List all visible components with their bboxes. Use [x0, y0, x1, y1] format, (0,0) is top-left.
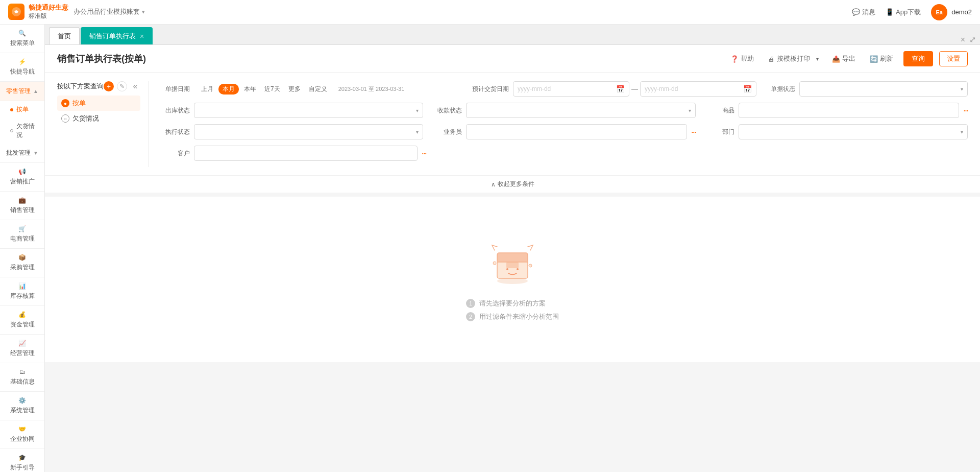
retail-arrow: ▲ [33, 88, 38, 94]
window-maximize-button[interactable]: ⤢ [969, 35, 976, 44]
sidebar-item-ecommerce[interactable]: 🛒 电商管理 [0, 220, 44, 249]
sidebar-item-stock[interactable]: 📊 库存核算 [0, 277, 44, 306]
goods-more[interactable]: ··· [963, 105, 968, 116]
dept-arrow: ▾ [961, 129, 963, 135]
salesman-more[interactable]: ··· [691, 127, 696, 137]
status-select-arrow: ▾ [961, 86, 963, 92]
dept-select[interactable]: ▾ [739, 124, 968, 139]
dept-label: 部门 [704, 128, 734, 136]
scheme-collapse-button[interactable]: « [130, 81, 140, 91]
sidebar-item-system[interactable]: ⚙️ 系统管理 [0, 392, 44, 420]
arrears-dot [10, 129, 13, 132]
print-button[interactable]: 🖨 按模板打印 [764, 52, 813, 65]
window-close-button[interactable]: × [961, 35, 965, 44]
out-status-select[interactable]: ▾ [194, 103, 423, 118]
sidebar-item-quicknav[interactable]: ⚡ 快捷导航 [0, 53, 44, 82]
filter-field-collect: 收款状态 ▾ [431, 103, 695, 118]
logo-main-text: 畅捷通好生意 [29, 4, 68, 12]
sidebar-item-operation[interactable]: 📈 经营管理 [0, 335, 44, 363]
wholesale-label: 批发管理 [6, 149, 31, 157]
collapse-bar[interactable]: ∧ 收起更多条件 [45, 175, 980, 193]
scheme-item-byorder[interactable]: ● 按单 [57, 96, 140, 111]
page-actions: ❓ 帮助 🖨 按模板打印 ▾ 📤 导出 [726, 51, 968, 66]
operation-icon: 📈 [18, 340, 26, 347]
customer-label: 客户 [159, 149, 190, 158]
status-select[interactable]: ▾ [799, 81, 968, 97]
sidebar-item-sales[interactable]: 💼 销售管理 [0, 192, 44, 220]
sidebar-item-finance[interactable]: 💰 资金管理 [0, 306, 44, 335]
retail-label: 零售管理 [6, 87, 31, 96]
scheme-item-arrears[interactable]: ○ 欠货情况 [57, 111, 140, 126]
page-content: 销售订单执行表(按单) ❓ 帮助 🖨 按模板打印 ▾ 📤 [45, 45, 980, 472]
app-title[interactable]: 办公用品行业模拟账套 ▾ [74, 7, 145, 16]
filter-container: 按以下方案查询 + ✎ « ● 按单 ○ [45, 73, 980, 193]
date-shortcut-lastmonth[interactable]: 上月 [198, 84, 216, 95]
calendar-to-icon: 📅 [743, 85, 752, 93]
svg-point-1 [497, 278, 528, 284]
collapse-up-icon: ∧ [491, 181, 496, 188]
customer-input[interactable] [194, 146, 418, 161]
tip-num-2: 2 [466, 312, 475, 321]
message-button[interactable]: 💬 消息 [852, 8, 875, 17]
date-shortcut-7days[interactable]: 近7天 [261, 84, 283, 95]
scheme-add-button[interactable]: + [104, 81, 114, 91]
print-dropdown-arrow[interactable]: ▾ [813, 54, 822, 64]
settings-button[interactable]: 设置 [939, 51, 968, 66]
tab-home[interactable]: 首页 [49, 27, 80, 44]
out-status-label: 出库状态 [159, 106, 190, 115]
help-button[interactable]: ❓ 帮助 [726, 52, 758, 65]
expected-date-to[interactable]: yyyy-mm-dd 📅 [640, 81, 756, 97]
refresh-button[interactable]: 🔄 刷新 [866, 52, 897, 65]
scheme-order-dot: ● [61, 99, 69, 107]
salesman-input[interactable] [466, 124, 687, 139]
sidebar-item-marketing[interactable]: 📢 营销推广 [0, 163, 44, 192]
customer-more[interactable]: ··· [422, 148, 426, 159]
basic-icon: 🗂 [19, 368, 26, 375]
purchase-icon: 📦 [18, 254, 26, 261]
collect-select[interactable]: ▾ [466, 103, 695, 118]
user-area[interactable]: Ea demo2 [931, 4, 972, 20]
search-icon: 🔍 [18, 30, 26, 37]
logo-text: 畅捷通好生意 标准版 [29, 4, 68, 20]
sidebar-item-purchase[interactable]: 📦 采购管理 [0, 249, 44, 277]
date-shortcut-thismonth[interactable]: 本月 [218, 84, 239, 95]
sidebar-item-wholesale[interactable]: 批发管理 ▼ [0, 144, 44, 163]
date-shortcut-custom[interactable]: 自定义 [306, 84, 330, 95]
search-button[interactable]: 查询 [903, 51, 933, 66]
filter-field-salesman: 业务员 ··· [431, 124, 695, 139]
tab-close-button[interactable]: × [140, 32, 144, 40]
content-area: 首页 销售订单执行表 × × ⤢ 销售订单执行表(按单) ❓ 帮助 [45, 25, 980, 472]
sidebar-subitem-orders[interactable]: 按单 [0, 101, 44, 118]
tab-bar-container: 首页 销售订单执行表 × [49, 27, 961, 44]
system-icon: ⚙️ [18, 397, 26, 404]
mobile-icon: 📱 [886, 8, 894, 16]
sidebar-item-newbie[interactable]: 🎓 新手引导 [0, 449, 44, 472]
salesman-label: 业务员 [431, 128, 462, 136]
app-download-button[interactable]: 📱 App下载 [886, 8, 921, 17]
expected-date-from[interactable]: yyyy-mm-dd 📅 [513, 81, 629, 97]
filter-row-4: 客户 ··· [159, 146, 968, 161]
sidebar-item-search[interactable]: 🔍 搜索菜单 [0, 25, 44, 53]
scheme-edit-button[interactable]: ✎ [117, 81, 127, 91]
sidebar-item-enterprise[interactable]: 🤝 企业协同 [0, 420, 44, 449]
export-icon: 📤 [832, 55, 840, 63]
stock-icon: 📊 [18, 282, 26, 290]
filter-field-date: 单据日期 上月 本月 本年 近7天 更多 自定义 2023-03-01 至 20… [159, 84, 464, 95]
empty-tip-1: 1 请先选择要分析的方案 [466, 299, 559, 308]
collapse-bar-content: ∧ 收起更多条件 [49, 180, 976, 188]
tab-active[interactable]: 销售订单执行表 × [81, 27, 153, 44]
filter-row-1: 单据日期 上月 本月 本年 近7天 更多 自定义 2023-03-01 至 20… [159, 81, 968, 97]
logo-area: 畅捷通好生意 标准版 [8, 4, 68, 20]
filter-field-goods: 商品 ··· [704, 103, 968, 118]
wholesale-arrow: ▼ [33, 150, 38, 156]
export-button[interactable]: 📤 导出 [828, 52, 860, 65]
sidebar-item-retail[interactable]: 零售管理 ▲ [0, 82, 44, 101]
sidebar-subitem-arrears[interactable]: 欠货情况 [0, 118, 44, 144]
top-header: 畅捷通好生意 标准版 办公用品行业模拟账套 ▾ 💬 消息 📱 App下载 Ea … [0, 0, 980, 25]
exec-status-select[interactable]: ▾ [194, 124, 423, 139]
goods-input[interactable] [739, 103, 959, 118]
sidebar-item-basic[interactable]: 🗂 基础信息 [0, 363, 44, 392]
date-shortcut-more[interactable]: 更多 [285, 84, 304, 95]
help-icon: ❓ [730, 55, 739, 63]
date-shortcut-thisyear[interactable]: 本年 [241, 84, 259, 95]
